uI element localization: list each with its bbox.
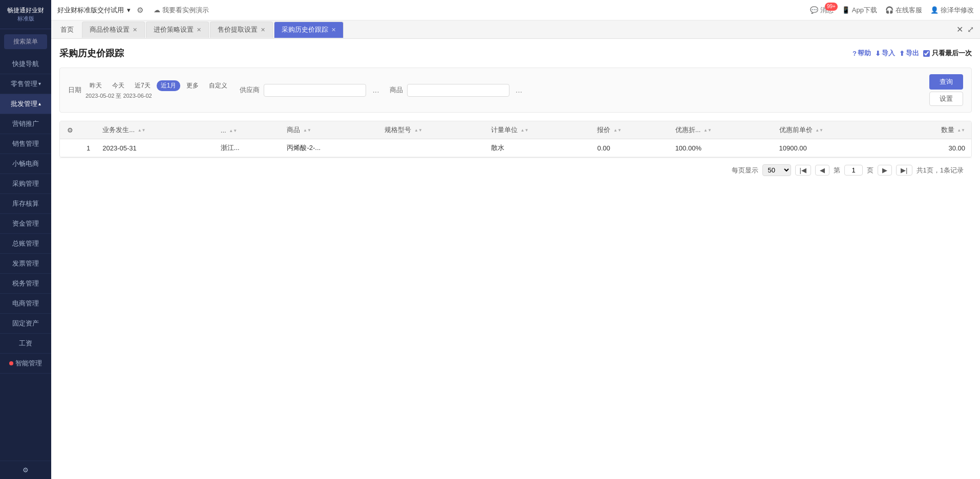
filter-settings-button[interactable]: 设置 [929,92,963,106]
tabs-right-controls: ✕ ⤢ [956,25,978,34]
cell-goods: 丙烯酸-2-... [281,139,378,157]
topbar: 好业财标准版交付试用 ▾ ⚙ ☁ 我要看实例演示 💬 消息 99+ 📱 App下… [51,0,980,20]
date-option-yesterday[interactable]: 昨天 [86,80,106,91]
sidebar: 畅捷通好业财 标准版 搜索菜单 快捷导航 零售管理 ▾ 批发管理 ▴ 营销推广 … [0,0,51,479]
sort-quote-icon: ▲▼ [613,128,622,133]
col-quote[interactable]: 报价 ▲▼ [591,121,669,139]
col-unit[interactable]: 计量单位 ▲▼ [485,121,591,139]
tab-price-settings-close[interactable]: ✕ [133,27,137,33]
help-icon: ? [853,50,857,57]
date-option-7days[interactable]: 近7天 [131,80,155,91]
col-spec[interactable]: 规格型号 ▲▼ [378,121,485,139]
goods-dots[interactable]: ... [514,85,524,95]
smart-dot-indicator [9,361,13,365]
sidebar-search-area[interactable]: 搜索菜单 [0,29,51,54]
sidebar-logo: 畅捷通好业财 标准版 [0,0,51,29]
page-suffix: 页 [867,166,874,175]
tab-home-label: 首页 [60,25,74,34]
cloud-icon: ☁ [154,6,160,14]
tab-purchase-history-label: 采购历史价跟踪 [282,25,328,34]
pagination-last-button[interactable]: ▶| [896,165,912,176]
tab-home[interactable]: 首页 [53,21,81,38]
date-option-today[interactable]: 今天 [108,80,129,91]
pagination-first-button[interactable]: |◀ [795,165,811,176]
goods-input[interactable] [407,84,509,97]
col-more[interactable]: ... ▲▼ [215,121,281,139]
pagination-next-button[interactable]: ▶ [878,165,892,176]
col-pre-discount-price[interactable]: 优惠前单价 ▲▼ [773,121,893,139]
sort-unit-icon: ▲▼ [521,128,529,133]
sidebar-item-assets[interactable]: 固定资产 [0,314,51,334]
col-goods[interactable]: 商品 ▲▼ [281,121,378,139]
tab-close-all-button[interactable]: ✕ [956,25,963,34]
sidebar-item-ledger[interactable]: 总账管理 [0,234,51,254]
version-selector[interactable]: 好业财标准版交付试用 ▾ [57,6,131,15]
date-option-1month[interactable]: 近1月 [157,80,181,91]
sidebar-item-inventory[interactable]: 库存核算 [0,194,51,214]
app-name: 畅捷通好业财 [4,6,47,15]
goods-label: 商品 [390,85,403,95]
sidebar-item-finance[interactable]: 资金管理 [0,214,51,234]
message-icon: 💬 [810,6,818,14]
message-button[interactable]: 💬 消息 99+ [810,6,834,15]
tab-price-settings[interactable]: 商品价格设置 ✕ [82,21,145,38]
page-input[interactable] [844,165,863,176]
col-qty[interactable]: 数量 ▲▼ [893,121,971,139]
sidebar-gear-button[interactable]: ⚙ [0,461,51,479]
query-button[interactable]: 查询 [929,74,963,90]
tab-expand-button[interactable]: ⤢ [967,25,974,34]
help-link[interactable]: ? 帮助 [853,49,871,58]
topbar-settings-icon[interactable]: ⚙ [137,6,143,15]
filter-actions: 查询 设置 [929,74,963,106]
app-download-label: App下载 [852,6,877,15]
tab-sale-price-close[interactable]: ✕ [261,27,265,33]
user-button[interactable]: 👤 徐泽华修改 [930,6,974,15]
date-option-custom[interactable]: 自定义 [205,80,231,91]
page-title: 采购历史价跟踪 [59,47,124,59]
sort-bizdate-icon: ▲▼ [138,128,146,133]
tab-sale-price[interactable]: 售价提取设置 ✕ [210,21,273,38]
supplier-input[interactable] [264,84,366,97]
col-bizdate[interactable]: 业务发生... ▲▼ [96,121,215,139]
demo-button[interactable]: ☁ 我要看实例演示 [154,6,209,15]
sidebar-item-salary[interactable]: 工资 [0,334,51,354]
supplier-dots[interactable]: ... [370,85,381,95]
export-link[interactable]: ⬆ 导出 [899,49,919,58]
sidebar-item-retail[interactable]: 零售管理 ▾ [0,74,51,94]
app-download-button[interactable]: 📱 App下载 [842,6,877,15]
pagination-prev-button[interactable]: ◀ [815,165,829,176]
col-discount[interactable]: 优惠折... ▲▼ [669,121,773,139]
sidebar-item-tax[interactable]: 税务管理 [0,274,51,294]
topbar-right: 💬 消息 99+ 📱 App下载 🎧 在线客服 👤 徐泽华修改 [810,6,974,15]
sidebar-item-sales[interactable]: 销售管理 [0,134,51,154]
date-options: 昨天 今天 近7天 近1月 更多 自定义 [86,80,231,91]
date-label: 日期 [68,85,81,95]
tab-purchase-history[interactable]: 采购历史价跟踪 ✕ [274,21,344,38]
tab-purchase-strategy-close[interactable]: ✕ [197,27,201,33]
sidebar-item-invoice[interactable]: 发票管理 [0,254,51,274]
sidebar-item-ecommerce-small[interactable]: 小畅电商 [0,154,51,174]
tab-purchase-strategy-label: 进价策略设置 [154,25,194,34]
import-link[interactable]: ⬇ 导入 [875,49,895,58]
col-num [80,121,96,139]
tab-purchase-history-close[interactable]: ✕ [331,27,336,33]
support-button[interactable]: 🎧 在线客服 [885,6,922,15]
sidebar-item-quick-nav[interactable]: 快捷导航 [0,54,51,74]
tab-purchase-strategy[interactable]: 进价策略设置 ✕ [146,21,209,38]
version-dropdown-icon[interactable]: ▾ [127,6,131,14]
goods-filter-group: 商品 ... [390,84,524,97]
page-actions: ? 帮助 ⬇ 导入 ⬆ 导出 只看最后一次 [853,49,972,58]
search-menu-button[interactable]: 搜索菜单 [4,34,47,49]
sidebar-item-wholesale[interactable]: 批发管理 ▴ [0,94,51,114]
sidebar-item-marketing[interactable]: 营销推广 [0,114,51,134]
only-last-checkbox[interactable] [923,50,930,57]
per-page-select[interactable]: 50 10 20 100 [762,164,791,176]
sidebar-item-ecommerce[interactable]: 电商管理 [0,294,51,314]
sidebar-item-smart[interactable]: 智能管理 [0,354,51,374]
col-gear[interactable]: ⚙ [60,121,80,139]
sidebar-item-purchase[interactable]: 采购管理 [0,174,51,194]
date-option-more[interactable]: 更多 [182,80,203,91]
table-row: 1 2023-05-31 浙江... 丙烯酸-2-... 散水 0.00 100… [60,139,971,157]
message-badge: 99+ [825,3,838,11]
only-last-checkbox-label[interactable]: 只看最后一次 [923,49,972,58]
